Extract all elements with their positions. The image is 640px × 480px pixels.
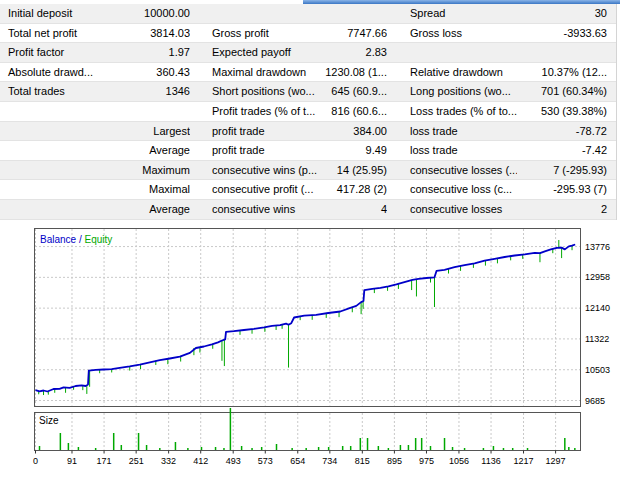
table-cell: 645 (60.9...	[320, 82, 387, 101]
table-cell: consecutive profit (...	[190, 180, 320, 199]
table-cell: 9.49	[320, 141, 387, 160]
chart1-border	[35, 229, 581, 407]
table-cell: 2	[517, 200, 617, 219]
table-row[interactable]: Initial deposit10000.00Spread30	[0, 4, 616, 24]
x-axis-tick-label: 91	[67, 456, 77, 466]
table-row[interactable]: Averageconsecutive wins4consecutive loss…	[0, 200, 616, 220]
table-cell	[517, 43, 617, 62]
table-cell: consecutive losses	[387, 200, 517, 219]
results-table-rows: Initial deposit10000.00Spread30Total net…	[0, 4, 616, 220]
table-cell: -7.42	[517, 141, 617, 160]
results-table: Initial deposit10000.00Spread30Total net…	[0, 4, 617, 220]
y-axis-labels: 13776129581214011322105039685	[585, 242, 610, 406]
table-cell: 30	[517, 4, 617, 23]
x-axis-tick-label: 654	[290, 456, 305, 466]
table-cell: Short positions (wo...	[190, 82, 320, 101]
equity-spikes	[39, 240, 572, 395]
table-row[interactable]: Absolute drawd...360.43Maximal drawdown1…	[0, 63, 616, 83]
table-cell	[0, 102, 130, 121]
table-cell: Maximal drawdown	[190, 63, 320, 82]
table-row[interactable]: Largestprofit trade384.00loss trade-78.7…	[0, 122, 616, 142]
table-cell: Gross loss	[387, 24, 517, 43]
table-cell: Total net profit	[0, 24, 130, 43]
table-cell: 7747.66	[320, 24, 387, 43]
y-axis-tick-label: 12958	[585, 272, 610, 282]
table-cell: Average	[130, 200, 190, 219]
table-cell: 360.43	[130, 63, 190, 82]
legend-balance-label: Balance	[40, 234, 76, 245]
x-axis-tick-label: 1217	[514, 456, 534, 466]
x-axis-tick-label: 975	[419, 456, 434, 466]
table-cell: profit trade	[190, 141, 320, 160]
y-axis-tick-label: 13776	[585, 242, 610, 252]
table-cell: Profit trades (% of t...	[190, 102, 320, 121]
table-cell: Initial deposit	[0, 4, 130, 23]
x-axis-tick-label: 251	[129, 456, 144, 466]
table-cell: consecutive wins (p...	[190, 161, 320, 180]
table-cell: 10.37% (12...	[517, 63, 617, 82]
y-axis-tick-label: 10503	[585, 365, 610, 375]
table-cell: 7 (-295.93)	[517, 161, 617, 180]
size-bars	[40, 408, 575, 450]
table-cell: 417.28 (2)	[320, 180, 387, 199]
x-axis-tick-label: 332	[161, 456, 176, 466]
y-axis-tick-label: 11322	[585, 334, 609, 344]
table-cell: 1346	[130, 82, 190, 101]
table-row[interactable]: Maximalconsecutive profit (...417.28 (2)…	[0, 180, 616, 200]
table-cell	[320, 4, 387, 23]
size-chart-title: Size	[39, 415, 58, 426]
table-cell: -78.72	[517, 122, 617, 141]
x-axis-tick-label: 815	[355, 456, 370, 466]
table-cell: Maximum	[130, 161, 190, 180]
balance-equity-chart: 13776129581214011322105039685	[0, 228, 640, 408]
table-cell: profit trade	[190, 122, 320, 141]
table-cell	[0, 180, 130, 199]
table-cell: Maximal	[130, 180, 190, 199]
x-axis-tick-label: 573	[258, 456, 273, 466]
table-cell: Expected payoff	[190, 43, 320, 62]
table-cell: Spread	[387, 4, 517, 23]
table-cell: Relative drawdown	[387, 63, 517, 82]
x-axis-tick-label: 1297	[546, 456, 566, 466]
legend-equity-label: Equity	[84, 234, 112, 245]
table-cell: Loss trades (% of to...	[387, 102, 517, 121]
table-cell: Absolute drawd...	[0, 63, 130, 82]
table-cell: 4	[320, 200, 387, 219]
table-row[interactable]: Profit factor1.97Expected payoff2.83	[0, 43, 616, 63]
table-cell: 2.83	[320, 43, 387, 62]
table-cell	[0, 200, 130, 219]
y-axis-tick-label: 9685	[585, 396, 605, 406]
table-cell: consecutive wins	[190, 200, 320, 219]
table-cell	[0, 122, 130, 141]
table-cell: 14 (25.95)	[320, 161, 387, 180]
table-row[interactable]: Total trades1346Short positions (wo...64…	[0, 82, 616, 102]
table-cell: 530 (39.38%)	[517, 102, 617, 121]
table-cell: Total trades	[0, 82, 130, 101]
x-axis-tick-label: 171	[97, 456, 112, 466]
table-row[interactable]: Total net profit3814.03Gross profit7747.…	[0, 24, 616, 44]
table-row[interactable]: Profit trades (% of t...816 (60.6...Loss…	[0, 102, 616, 122]
x-axis-labels: 0911712513324124935736547348158959751056…	[33, 456, 566, 466]
table-cell: consecutive losses (...	[387, 161, 517, 180]
table-cell	[0, 141, 130, 160]
x-axis-tick-label: 895	[387, 456, 402, 466]
table-cell: 384.00	[320, 122, 387, 141]
table-cell: 1.97	[130, 43, 190, 62]
chart1-gridlines	[35, 229, 580, 406]
y-axis-tick-label: 12140	[585, 303, 610, 313]
table-cell	[387, 43, 517, 62]
table-cell: 10000.00	[130, 4, 190, 23]
table-cell: loss trade	[387, 122, 517, 141]
table-cell: Gross profit	[190, 24, 320, 43]
table-cell: loss trade	[387, 141, 517, 160]
table-row[interactable]: Maximumconsecutive wins (p...14 (25.95)c…	[0, 161, 616, 181]
x-axis-tick-label: 734	[322, 456, 337, 466]
table-cell: Average	[130, 141, 190, 160]
table-cell: 3814.03	[130, 24, 190, 43]
table-cell: Profit factor	[0, 43, 130, 62]
x-axis-tick-label: 0	[33, 456, 38, 466]
table-cell	[0, 161, 130, 180]
table-cell	[190, 4, 320, 23]
x-axis-tick-label: 1136	[481, 456, 500, 466]
table-row[interactable]: Averageprofit trade9.49loss trade-7.42	[0, 141, 616, 161]
